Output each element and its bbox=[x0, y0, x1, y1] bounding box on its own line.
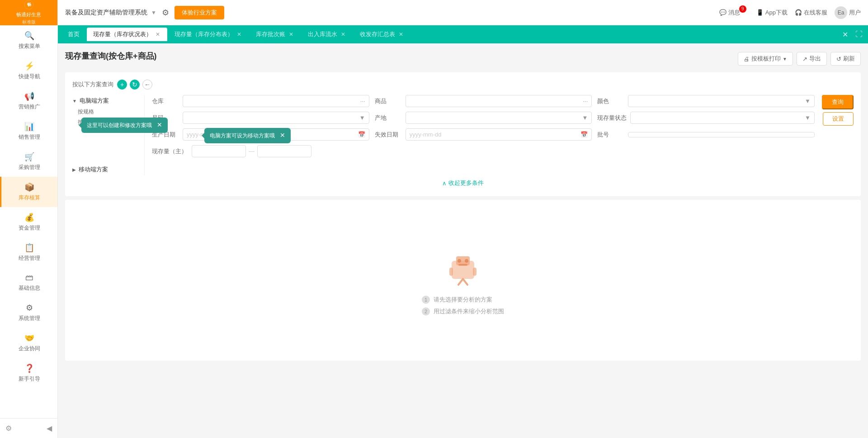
calendar-icon-produce: 📅 bbox=[358, 131, 365, 138]
scheme-arrow-pc: ▼ bbox=[72, 99, 77, 104]
online-support-btn[interactable]: 🎧 在线客服 bbox=[795, 9, 827, 17]
app-download-label: App下载 bbox=[765, 9, 788, 17]
tabbar: 首页 现存量（库存状况表） ✕ 现存量（库存分布表） ✕ 库存批次账 ✕ 出入库… bbox=[58, 25, 868, 43]
tab-batch-ledger-close[interactable]: ✕ bbox=[288, 31, 294, 38]
message-icon: 💬 bbox=[719, 9, 726, 16]
tab-inventory-status[interactable]: 现存量（库存状况表） ✕ bbox=[87, 28, 167, 41]
settings-btn[interactable]: 设置 bbox=[823, 112, 854, 126]
finance-icon: 💰 bbox=[24, 212, 34, 222]
tab-collect-summary[interactable]: 收发存汇总表 ✕ bbox=[354, 28, 410, 41]
refresh-label: 刷新 bbox=[843, 55, 855, 63]
print-btn[interactable]: 🖨 按模板打印 ▼ bbox=[738, 52, 793, 66]
tab-collect-summary-close[interactable]: ✕ bbox=[398, 31, 404, 38]
origin-select[interactable]: ▼ bbox=[406, 112, 592, 124]
tab-io-flow[interactable]: 出入库流水 ✕ bbox=[302, 28, 353, 41]
filter-refresh-btn[interactable]: ↻ bbox=[130, 80, 140, 89]
scheme-node-pc[interactable]: ▼ 电脑端方案 bbox=[72, 95, 139, 107]
message-badge: 9 bbox=[739, 5, 746, 13]
operation-icon: 📋 bbox=[24, 243, 34, 253]
trial-btn[interactable]: 体验行业方案 bbox=[175, 6, 224, 19]
sidebar-item-system[interactable]: ⚙ 系统管理 bbox=[0, 297, 57, 328]
svg-rect-10 bbox=[473, 268, 476, 276]
filter-item-stock-status: 现存量状态 ▼ bbox=[597, 112, 815, 124]
logo-version-text: 标准版 bbox=[22, 19, 36, 25]
sidebar-item-label-finance: 资金管理 bbox=[19, 224, 40, 232]
stock-status-label: 现存量状态 bbox=[597, 114, 627, 122]
batch-input[interactable] bbox=[628, 132, 815, 137]
warehouse-select[interactable]: ··· bbox=[183, 95, 369, 107]
page-title: 现存量查询(按仓库+商品) bbox=[65, 51, 157, 61]
tab-inventory-status-close[interactable]: ✕ bbox=[155, 31, 161, 38]
tab-inventory-dist-close[interactable]: ✕ bbox=[236, 31, 242, 38]
filter-actions: + ↻ ← bbox=[117, 80, 152, 89]
filter-add-btn[interactable]: + bbox=[117, 80, 127, 89]
message-btn[interactable]: 💬 消息 9 bbox=[719, 9, 749, 17]
goods-ellipsis: ··· bbox=[583, 98, 588, 104]
collapse-icon[interactable]: ◀ bbox=[47, 424, 52, 433]
sidebar-item-quicknav[interactable]: ⚡ 快捷导航 bbox=[0, 56, 57, 86]
filter-item-warehouse: 仓库 ··· bbox=[152, 95, 369, 107]
stock-qty-range: — bbox=[192, 145, 815, 157]
user-area[interactable]: Ea 用户 bbox=[835, 6, 861, 19]
sidebar-item-marketing[interactable]: 📢 营销推广 bbox=[0, 86, 57, 116]
tab-io-flow-close[interactable]: ✕ bbox=[340, 31, 346, 38]
sidebar-item-finance[interactable]: 💰 资金管理 bbox=[0, 207, 57, 237]
header-settings-icon[interactable]: ⚙ bbox=[162, 8, 169, 18]
settings-bottom-icon[interactable]: ⚙ bbox=[5, 424, 12, 433]
guide-icon: ❓ bbox=[24, 363, 34, 373]
stock-status-select[interactable]: ▼ bbox=[630, 112, 815, 124]
tooltip-create-scheme: 这里可以创建和修改方案哦 ✕ bbox=[81, 118, 168, 133]
stock-qty-max[interactable] bbox=[257, 145, 311, 157]
origin-dropdown-icon: ▼ bbox=[582, 114, 588, 121]
refresh-btn[interactable]: ↺ 刷新 bbox=[830, 52, 861, 66]
tab-batch-ledger-label: 库存批次账 bbox=[256, 30, 285, 38]
scheme-arrow-mobile: ▶ bbox=[72, 167, 76, 172]
sidebar-item-operation[interactable]: 📋 经营管理 bbox=[0, 237, 57, 268]
search-btn[interactable]: 查询 bbox=[822, 95, 854, 109]
inventory-icon: 📦 bbox=[24, 182, 34, 192]
sidebar-item-search[interactable]: 🔍 搜索菜单 bbox=[0, 25, 57, 56]
basic-icon: 🗃 bbox=[25, 273, 33, 283]
sidebar-item-enterprise[interactable]: 🤝 企业协同 bbox=[0, 328, 57, 358]
tabbar-close-btn[interactable]: ✕ bbox=[840, 28, 850, 41]
dropdown-arrow-icon: ▼ bbox=[151, 9, 156, 16]
tabbar-maximize-btn[interactable]: ⛶ bbox=[854, 28, 864, 41]
tooltip-pc-close[interactable]: ✕ bbox=[280, 132, 285, 139]
stock-status-dropdown-icon: ▼ bbox=[805, 114, 811, 121]
search-icon: 🔍 bbox=[24, 31, 34, 41]
sidebar-item-sales[interactable]: 📊 销售管理 bbox=[0, 116, 57, 146]
tab-home[interactable]: 首页 bbox=[61, 28, 86, 41]
tooltip-create-close[interactable]: ✕ bbox=[157, 121, 162, 128]
filter-back-btn[interactable]: ← bbox=[142, 80, 152, 89]
sidebar-item-label-search: 搜索菜单 bbox=[19, 42, 40, 50]
scheme-node-mobile[interactable]: ▶ 移动端方案 bbox=[72, 164, 139, 175]
warehouse-ellipsis: ··· bbox=[360, 98, 365, 104]
export-btn[interactable]: ↗ 导出 bbox=[797, 52, 827, 66]
filter-collapse-btn[interactable]: ∧ 收起更多条件 bbox=[72, 175, 854, 189]
app-download-btn[interactable]: 📱 App下载 bbox=[756, 9, 788, 17]
tooltip-pc-text: 电脑方案可设为移动方案哦 bbox=[210, 132, 275, 139]
size-dropdown-icon: ▼ bbox=[359, 114, 365, 121]
sidebar-item-basic[interactable]: 🗃 基础信息 bbox=[0, 268, 57, 297]
system-icon: ⚙ bbox=[26, 303, 33, 313]
scheme-sub-pc: 按规格 bbox=[78, 107, 139, 117]
filter-item-origin: 产地 ▼ bbox=[375, 112, 592, 124]
stock-qty-min[interactable] bbox=[192, 145, 246, 157]
svg-line-8 bbox=[463, 279, 467, 285]
export-label: 导出 bbox=[809, 55, 821, 63]
size-select[interactable]: ▼ bbox=[183, 112, 369, 124]
scheme-label-pc: 电脑端方案 bbox=[80, 97, 109, 105]
expire-date-input[interactable]: yyyy-mm-dd 📅 bbox=[406, 128, 592, 141]
empty-tip-2-text: 用过滤条件来缩小分析范围 bbox=[434, 307, 504, 316]
sidebar: 畅 畅通好生意 标准版 🔍 搜索菜单 ⚡ 快捷导航 📢 营销推广 📊 销售管理 … bbox=[0, 0, 58, 438]
tab-inventory-dist[interactable]: 现存量（库存分布表） ✕ bbox=[168, 28, 249, 41]
avatar-text: Ea bbox=[838, 9, 844, 16]
sidebar-item-purchase[interactable]: 🛒 采购管理 bbox=[0, 146, 57, 177]
color-select[interactable]: ▼ bbox=[628, 95, 815, 107]
svg-point-5 bbox=[465, 259, 468, 263]
goods-select[interactable]: ··· bbox=[406, 95, 592, 107]
sidebar-item-inventory[interactable]: 📦 库存核算 bbox=[0, 177, 57, 207]
empty-tip-1-text: 请先选择要分析的方案 bbox=[434, 296, 492, 304]
sidebar-item-guide[interactable]: ❓ 新手引导 bbox=[0, 358, 57, 388]
tab-batch-ledger[interactable]: 库存批次账 ✕ bbox=[250, 28, 301, 41]
